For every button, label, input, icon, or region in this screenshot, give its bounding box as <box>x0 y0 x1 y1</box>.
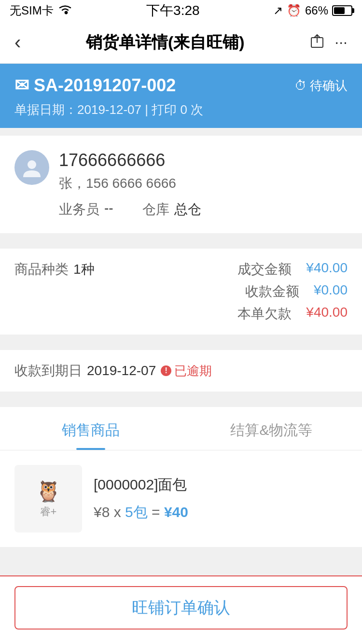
product-unit-price: ¥8 <box>94 504 110 520</box>
transaction-row: 成交金额 ¥40.00 <box>237 260 348 279</box>
customer-phone: 17666666666 <box>59 150 348 170</box>
battery-icon <box>332 5 352 16</box>
payment-row: 收款金额 ¥0.00 <box>245 282 348 301</box>
tabs-section: 销售商品 结算&物流等 <box>0 407 362 450</box>
due-date-value: 2019-12-07 <box>87 363 156 378</box>
category-count: 1种 <box>73 260 95 279</box>
payment-label: 收款金额 <box>245 282 299 301</box>
customer-section: 17666666666 张，156 6666 6666 业务员 -- 仓库 总仓 <box>0 136 362 233</box>
nav-bar: ‹ 销货单详情(来自旺铺) ··· <box>0 21 362 64</box>
product-thumbnail: 🦉 睿+ <box>14 465 82 532</box>
due-date-label: 收款到期日 <box>14 362 82 380</box>
category-label: 商品种类 <box>14 260 69 279</box>
due-date-section: 收款到期日 2019-12-07 ! 已逾期 <box>0 350 362 392</box>
due-amount-value: ¥40.00 <box>306 305 348 323</box>
transaction-label: 成交金额 <box>237 260 292 279</box>
overdue-text: 已逾期 <box>174 363 212 379</box>
tab-sales-products[interactable]: 销售商品 <box>0 407 181 450</box>
salesperson-field: 业务员 -- <box>59 200 113 219</box>
product-info: [0000002]面包 ¥8 x 5包 = ¥40 <box>94 475 348 522</box>
order-status: ⏱ 待确认 <box>294 77 348 94</box>
product-logo: 🦉 睿+ <box>36 479 61 518</box>
location-icon: ↗ <box>273 4 283 17</box>
overdue-dot-icon: ! <box>161 365 171 376</box>
overdue-badge: ! 已逾期 <box>161 363 212 379</box>
customer-name: 张，156 6666 6666 <box>59 174 348 193</box>
stats-section: 商品种类 1种 成交金额 ¥40.00 收款金额 ¥0.00 本单欠款 ¥40.… <box>0 249 362 335</box>
salesperson-value: -- <box>104 200 113 219</box>
divider-4 <box>0 399 362 407</box>
share-icon[interactable] <box>309 33 325 52</box>
tab-settlement[interactable]: 结算&物流等 <box>181 407 362 450</box>
salesperson-label: 业务员 <box>59 200 99 219</box>
divider-1 <box>0 128 362 136</box>
carrier-text: 无SIM卡 <box>10 3 54 18</box>
more-icon[interactable]: ··· <box>334 33 348 51</box>
battery-percent: 66% <box>305 4 328 17</box>
confirm-order-button[interactable]: 旺铺订单确认 <box>14 586 348 630</box>
status-left: 无SIM卡 <box>10 3 73 18</box>
due-amount-row: 本单欠款 ¥40.00 <box>237 305 348 323</box>
back-button[interactable]: ‹ <box>14 31 21 53</box>
alarm-icon: ⏰ <box>287 4 301 17</box>
customer-info: 17666666666 张，156 6666 6666 业务员 -- 仓库 总仓 <box>59 150 348 219</box>
bottom-bar: 旺铺订单确认 <box>0 575 362 644</box>
stats-left: 商品种类 1种 <box>14 260 237 279</box>
product-price-row: ¥8 x 5包 = ¥40 <box>94 503 348 522</box>
status-right: ↗ ⏰ 66% <box>273 4 352 17</box>
warehouse-field: 仓库 总仓 <box>142 200 201 219</box>
nav-right: ··· <box>309 33 348 52</box>
payment-value: ¥0.00 <box>314 282 348 301</box>
order-header: ✉ SA-20191207-002 ⏱ 待确认 单据日期：2019-12-07 … <box>0 64 362 128</box>
order-icon: ✉ <box>14 75 29 96</box>
order-date: 单据日期：2019-12-07 | 打印 0 次 <box>14 101 348 118</box>
divider-3 <box>0 342 362 350</box>
nav-left: ‹ <box>14 31 21 53</box>
product-name: [0000002]面包 <box>94 475 348 495</box>
product-total: ¥40 <box>164 504 188 520</box>
svg-point-1 <box>28 160 36 169</box>
warehouse-value: 总仓 <box>174 200 201 219</box>
avatar <box>14 150 49 185</box>
wifi-icon <box>57 4 73 17</box>
page-title: 销货单详情(来自旺铺) <box>86 31 245 54</box>
customer-meta: 业务员 -- 仓库 总仓 <box>59 200 348 219</box>
status-clock-icon: ⏱ <box>294 78 307 93</box>
divider-2 <box>0 241 362 249</box>
product-section: 🦉 睿+ [0000002]面包 ¥8 x 5包 = ¥40 <box>0 450 362 547</box>
stats-right: 成交金额 ¥40.00 收款金额 ¥0.00 本单欠款 ¥40.00 <box>237 260 348 323</box>
product-qty: 5包 <box>125 504 148 520</box>
order-id: ✉ SA-20191207-002 <box>14 75 176 96</box>
due-amount-label: 本单欠款 <box>237 305 292 323</box>
warehouse-label: 仓库 <box>142 200 169 219</box>
status-time: 下午3:28 <box>146 1 200 20</box>
transaction-value: ¥40.00 <box>306 260 348 279</box>
status-bar: 无SIM卡 下午3:28 ↗ ⏰ 66% <box>0 0 362 21</box>
